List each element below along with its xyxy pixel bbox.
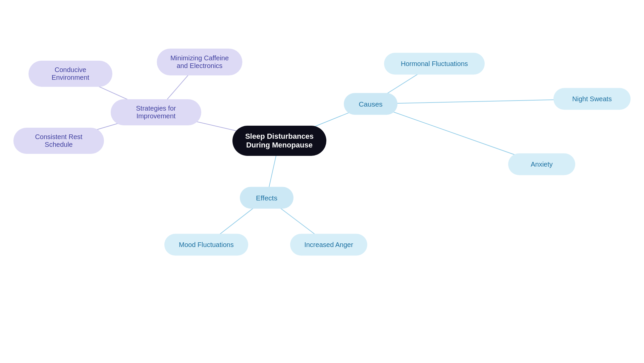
causes-label: Causes: [359, 100, 382, 108]
hormonal-label: Hormonal Fluctuations: [401, 60, 468, 68]
conducive-label: Conducive Environment: [38, 66, 103, 81]
effects-label: Effects: [256, 194, 277, 202]
anxiety-label: Anxiety: [531, 161, 553, 168]
night-sweats-node[interactable]: Night Sweats: [553, 88, 631, 110]
minimizing-label: Minimizing Caffeine and Electronics: [166, 54, 233, 70]
strategies-label: Strategies for Improvement: [120, 105, 192, 120]
anxiety-node[interactable]: Anxiety: [508, 154, 575, 175]
causes-node[interactable]: Causes: [344, 93, 397, 115]
central-label: Sleep Disturbances During Menopause: [242, 132, 317, 149]
effects-node[interactable]: Effects: [240, 187, 293, 209]
increased-anger-node[interactable]: Increased Anger: [290, 234, 367, 256]
mood-fluctuations-node[interactable]: Mood Fluctuations: [164, 234, 248, 256]
night-sweats-label: Night Sweats: [572, 95, 612, 103]
conducive-node[interactable]: Conducive Environment: [29, 61, 112, 87]
hormonal-node[interactable]: Hormonal Fluctuations: [384, 53, 485, 75]
mood-fluctuations-label: Mood Fluctuations: [179, 241, 233, 249]
consistent-node[interactable]: Consistent Rest Schedule: [13, 128, 104, 154]
increased-anger-label: Increased Anger: [304, 241, 353, 249]
minimizing-node[interactable]: Minimizing Caffeine and Electronics: [157, 49, 243, 75]
strategies-node[interactable]: Strategies for Improvement: [111, 99, 201, 125]
consistent-label: Consistent Rest Schedule: [23, 133, 95, 148]
central-node[interactable]: Sleep Disturbances During Menopause: [232, 126, 326, 156]
